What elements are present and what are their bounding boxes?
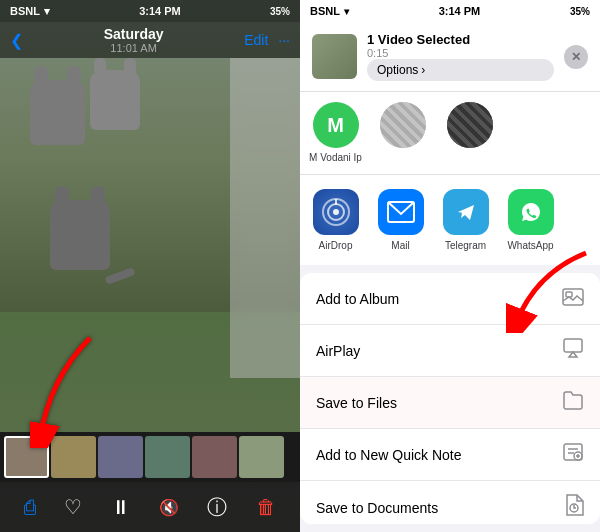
menu-list: Add to Album AirPlay (300, 273, 600, 524)
app-item-whatsapp[interactable]: WhatsApp (503, 189, 558, 251)
svg-point-3 (333, 209, 339, 215)
contact-label-m-vodani: M Vodani Ip (309, 152, 362, 164)
left-panel: BSNL ▾ 3:14 PM 35% ❮ Saturday 11:01 AM E… (0, 0, 300, 532)
save-files-icon (562, 390, 584, 415)
save-documents-icon (564, 494, 584, 521)
time-left: 3:14 PM (139, 5, 181, 17)
battery-right: 35% (570, 6, 590, 17)
film-thumb-6[interactable] (239, 436, 284, 478)
whatsapp-label: WhatsApp (507, 240, 553, 251)
cat-1 (30, 80, 85, 145)
film-thumb-5[interactable] (192, 436, 237, 478)
contact-avatar-3 (447, 102, 493, 148)
blur-overlay (230, 58, 300, 378)
share-header-info: 1 Video Selected 0:15 Options › (367, 32, 554, 81)
info-button[interactable]: ⓘ (207, 494, 227, 521)
cat-2 (90, 70, 140, 130)
film-thumb-4[interactable] (145, 436, 190, 478)
more-button[interactable]: ··· (278, 32, 290, 48)
nav-subtitle: 11:01 AM (104, 42, 164, 54)
close-button[interactable]: ✕ (564, 45, 588, 69)
svg-rect-10 (564, 339, 582, 352)
telegram-icon (443, 189, 489, 235)
wifi-icon-right: ▾ (344, 6, 349, 17)
share-sheet: 1 Video Selected 0:15 Options › ✕ M M Vo… (300, 22, 600, 532)
share-title: 1 Video Selected (367, 32, 554, 47)
mail-icon (378, 189, 424, 235)
options-label: Options (377, 63, 418, 77)
app-item-airdrop[interactable]: AirDrop (308, 189, 363, 251)
share-thumbnail (312, 34, 357, 79)
save-files-label: Save to Files (316, 395, 397, 411)
heart-button[interactable]: ♡ (64, 495, 82, 519)
status-bar-right: BSNL ▾ 3:14 PM 35% (300, 0, 600, 22)
menu-item-save-documents[interactable]: Save to Documents (300, 481, 600, 524)
carrier-left: BSNL (10, 5, 40, 17)
share-sheet-wrapper: 1 Video Selected 0:15 Options › ✕ M M Vo… (300, 22, 600, 532)
contact-item-2[interactable] (375, 102, 430, 164)
contacts-row: M M Vodani Ip (300, 92, 600, 175)
status-bar-left: BSNL ▾ 3:14 PM 35% (0, 0, 300, 22)
menu-item-add-quick-note[interactable]: Add to New Quick Note (300, 429, 600, 481)
apps-row: AirDrop Mail (300, 175, 600, 273)
mail-label: Mail (391, 240, 409, 251)
contact-item-3[interactable] (442, 102, 497, 164)
bottom-toolbar: ⎙ ♡ ⏸ 🔇 ⓘ 🗑 (0, 482, 300, 532)
add-quick-note-label: Add to New Quick Note (316, 447, 462, 463)
menu-item-save-files[interactable]: Save to Files (300, 377, 600, 429)
menu-item-airplay[interactable]: AirPlay (300, 325, 600, 377)
app-item-mail[interactable]: Mail (373, 189, 428, 251)
save-documents-label: Save to Documents (316, 500, 438, 516)
whatsapp-icon (508, 189, 554, 235)
edit-button[interactable]: Edit (244, 32, 268, 48)
mute-button[interactable]: 🔇 (159, 498, 179, 517)
red-arrow-left (30, 328, 110, 452)
app-item-telegram[interactable]: Telegram (438, 189, 493, 251)
back-button[interactable]: ❮ (10, 31, 23, 50)
add-album-label: Add to Album (316, 291, 399, 307)
airplay-label: AirPlay (316, 343, 360, 359)
cat-3 (50, 200, 110, 270)
airdrop-icon (313, 189, 359, 235)
menu-item-add-album[interactable]: Add to Album (300, 273, 600, 325)
battery-left: 35% (270, 6, 290, 17)
options-chevron: › (421, 63, 425, 77)
contact-avatar-2 (380, 102, 426, 148)
carrier-right: BSNL (310, 5, 340, 17)
nav-right-actions: Edit ··· (244, 32, 290, 48)
airdrop-label: AirDrop (319, 240, 353, 251)
video-area: ⎙ ♡ ⏸ 🔇 ⓘ 🗑 (0, 0, 300, 532)
add-album-icon (562, 286, 584, 311)
telegram-label: Telegram (445, 240, 486, 251)
nav-title: Saturday (104, 26, 164, 42)
time-right: 3:14 PM (439, 5, 481, 17)
share-header: 1 Video Selected 0:15 Options › ✕ (300, 22, 600, 92)
contact-avatar-m-vodani: M (313, 102, 359, 148)
wifi-icon-left: ▾ (44, 5, 50, 18)
pause-button[interactable]: ⏸ (111, 496, 131, 519)
nav-bar-left: ❮ Saturday 11:01 AM Edit ··· (0, 22, 300, 58)
airplay-icon (562, 338, 584, 363)
trash-button[interactable]: 🗑 (256, 496, 276, 519)
options-button[interactable]: Options › (367, 59, 554, 81)
contact-item-m-vodani[interactable]: M M Vodani Ip (308, 102, 363, 164)
right-panel: BSNL ▾ 3:14 PM 35% 1 Video Selected 0:15… (300, 0, 600, 532)
close-icon: ✕ (571, 50, 581, 64)
add-quick-note-icon (562, 442, 584, 467)
share-subtitle: 0:15 (367, 47, 554, 59)
share-button[interactable]: ⎙ (24, 496, 36, 519)
nav-center: Saturday 11:01 AM (104, 26, 164, 54)
